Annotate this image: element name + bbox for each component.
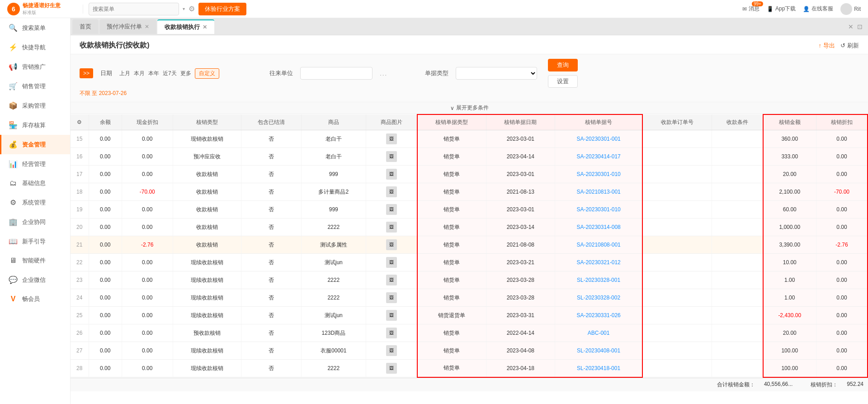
cell-bill-no[interactable]: SA-20210813-001: [555, 183, 642, 201]
cell-bill-no[interactable]: SA-20230331-026: [555, 307, 642, 324]
settings-icon[interactable]: ⚙: [189, 5, 195, 13]
cell-bill-no[interactable]: SL-20230328-002: [555, 289, 642, 307]
service-icon: 👤: [803, 6, 810, 12]
col-writeoff-amount: 核销金额: [763, 114, 816, 130]
cell-bill-date: 2021-08-08: [486, 236, 555, 254]
sidebar-item-system[interactable]: ⚙ 系统管理: [0, 193, 70, 212]
sidebar-item-enterprise[interactable]: 🏢 企业协同: [0, 212, 70, 232]
sidebar-item-shortcuts[interactable]: ⚡ 快捷导航: [0, 38, 70, 57]
top-search-input[interactable]: [89, 3, 179, 15]
cell-writeoff-amount: 60.00: [763, 201, 816, 219]
cell-bill-no[interactable]: SL-20230328-001: [555, 271, 642, 289]
cell-bill-no[interactable]: SA-20230301-001: [555, 130, 642, 148]
cell-bill-no[interactable]: SA-20230321-012: [555, 254, 642, 271]
cell-writeoff-amount: 100.00: [763, 342, 816, 360]
bill-type-select[interactable]: [456, 67, 537, 80]
user-avatar[interactable]: Rit: [840, 3, 861, 15]
date-opt-this-month[interactable]: 本月: [134, 70, 145, 77]
partner-input[interactable]: [300, 67, 373, 80]
cell-writeoff-amount: 3,390.00: [763, 236, 816, 254]
cell-writeoff-type: 收款核销: [173, 219, 241, 236]
refresh-button[interactable]: ↺ 刷新: [840, 42, 859, 50]
sidebar-item-member[interactable]: V 畅会员: [0, 290, 70, 309]
sidebar-item-label: 营销推广: [22, 63, 46, 71]
dropdown-arrow-icon[interactable]: ▾: [183, 6, 185, 11]
top-right-area: ✉ 消息 99+ 📱 App下载 👤 在线客服 Rit: [742, 3, 861, 15]
date-options: 上月 本月 本年 近7天 更多 自定义: [119, 68, 219, 79]
cell-writeoff-type: 现续收款核销: [173, 360, 241, 377]
cell-num: 19: [71, 201, 89, 219]
column-settings-icon[interactable]: ⚙: [77, 119, 82, 125]
cell-bill-date: 2023-03-28: [486, 271, 555, 289]
date-opt-more[interactable]: 更多: [180, 70, 191, 77]
cell-receipt-condition: [712, 307, 763, 324]
cell-bill-no[interactable]: SA-20230314-008: [555, 219, 642, 236]
tab-advance[interactable]: 预付冲应付单 ✕: [99, 19, 156, 34]
sidebar-item-inventory[interactable]: 🏪 库存核算: [0, 115, 70, 135]
cell-bill-no[interactable]: SA-20230301-010: [555, 166, 642, 183]
partner-select-icon[interactable]: ...: [380, 70, 387, 77]
cell-goods: 999: [301, 201, 366, 219]
sidebar-item-basic[interactable]: 🗂 基础信息: [0, 174, 70, 193]
cell-bill-no[interactable]: ABC-001: [555, 324, 642, 342]
cell-writeoff-discount: 0.00: [816, 324, 868, 342]
cell-cash-discount: -2.76: [122, 236, 173, 254]
sidebar-item-label: 智能硬件: [22, 257, 46, 265]
enterprise-icon: 🏢: [9, 218, 18, 226]
tab-maximize-icon[interactable]: ⊡: [857, 23, 863, 30]
cell-bill-no[interactable]: SA-20210808-001: [555, 236, 642, 254]
cell-bill-no[interactable]: SA-20230414-017: [555, 148, 642, 166]
page-header: 收款核销执行(按收款) ↑ 导出 ↺ 刷新: [71, 35, 868, 54]
query-button[interactable]: 查询: [548, 59, 578, 71]
table-body: 15 0.00 0.00 现销收款核销 否 老白干 🖼 销货单 2023-03-…: [71, 130, 868, 377]
settings-button[interactable]: 设置: [548, 75, 578, 88]
expand-more-bar[interactable]: ∨ 展开更多条件: [71, 102, 868, 114]
cell-goods-image: 🖼: [366, 254, 417, 271]
date-opt-custom[interactable]: 自定义: [195, 68, 219, 79]
tab-advance-close-icon[interactable]: ✕: [145, 24, 149, 30]
messages-button[interactable]: ✉ 消息 99+: [742, 5, 760, 13]
date-opt-this-year[interactable]: 本年: [148, 70, 159, 77]
tab-minimize-icon[interactable]: ✕: [848, 23, 854, 30]
cell-bill-no[interactable]: SA-20230301-010: [555, 201, 642, 219]
sidebar-item-wechat[interactable]: 💬 企业微信: [0, 270, 70, 290]
filter-toggle-button[interactable]: >>: [80, 68, 93, 78]
col-gear[interactable]: ⚙: [71, 114, 89, 130]
export-button[interactable]: ↑ 导出: [819, 42, 835, 50]
online-service-button[interactable]: 👤 在线客服: [803, 5, 833, 13]
sidebar-item-search[interactable]: 🔍 搜索菜单: [0, 18, 70, 38]
sidebar-item-guide[interactable]: 📖 新手引导: [0, 232, 70, 251]
tab-writeoff-close-icon[interactable]: ✕: [203, 24, 207, 30]
cell-writeoff-discount: 0.00: [816, 254, 868, 271]
cell-bill-no[interactable]: SL-20230418-001: [555, 360, 642, 377]
cell-include-settled: 否: [241, 219, 301, 236]
app-download-button[interactable]: 📱 App下载: [767, 5, 796, 13]
sidebar-item-marketing[interactable]: 📢 营销推广: [0, 57, 70, 76]
cell-cash-discount: 0.00: [122, 307, 173, 324]
industry-solution-button[interactable]: 休验行业方案: [198, 3, 246, 15]
cell-goods-image: 🖼: [366, 148, 417, 166]
cell-writeoff-type: 现续收款核销: [173, 271, 241, 289]
cell-bill-date: 2021-08-13: [486, 183, 555, 201]
tab-home[interactable]: 首页: [72, 19, 99, 34]
cell-goods-image: 🖼: [366, 307, 417, 324]
sidebar-item-operations[interactable]: 📊 经营管理: [0, 154, 70, 174]
date-opt-7days[interactable]: 近7天: [163, 70, 177, 77]
sidebar-item-label: 库存核算: [22, 121, 46, 129]
table-row: 23 0.00 0.00 现续收款核销 否 2222 🖼 销货单 2023-03…: [71, 271, 868, 289]
expand-down-icon: ∨: [450, 105, 454, 111]
col-cash-discount: 现金折扣: [122, 114, 173, 130]
sidebar-item-sales[interactable]: 🛒 销售管理: [0, 76, 70, 96]
data-table: ⚙ 余额 现金折扣 核销类型 包含已结清 商品 商品图片 核销单据类型 核销单据…: [71, 114, 868, 378]
sidebar-item-purchase[interactable]: 📦 采购管理: [0, 96, 70, 115]
cell-writeoff-discount: -70.00: [816, 183, 868, 201]
cell-receipt-order: [642, 236, 712, 254]
cell-receipt-condition: [712, 360, 763, 377]
filter-separator2: [395, 70, 418, 77]
tab-writeoff[interactable]: 收款核销执行 ✕: [157, 19, 214, 34]
cell-bill-no[interactable]: SL-20230408-001: [555, 342, 642, 360]
col-goods-image: 商品图片: [366, 114, 417, 130]
sidebar-item-hardware[interactable]: 🖥 智能硬件: [0, 251, 70, 270]
date-opt-last-month[interactable]: 上月: [119, 70, 130, 77]
sidebar-item-finance[interactable]: 💰 资金管理: [0, 135, 70, 154]
